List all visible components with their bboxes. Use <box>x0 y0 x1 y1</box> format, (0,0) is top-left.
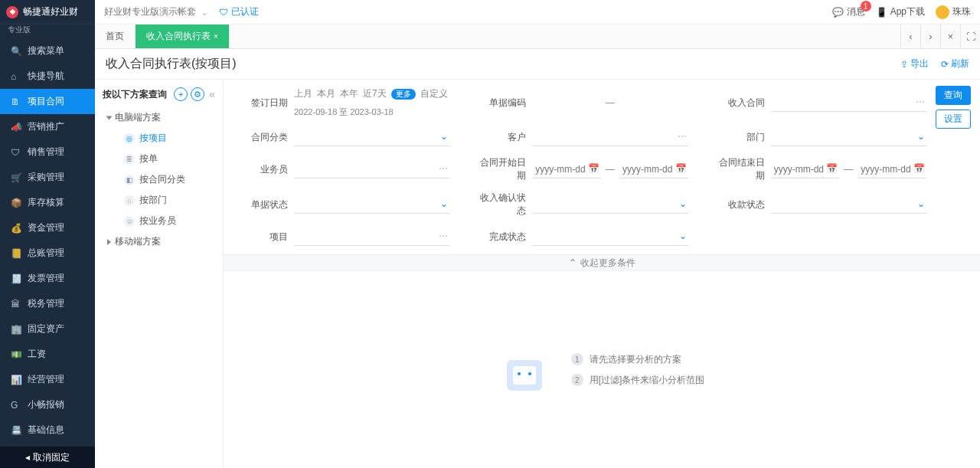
tree-item-label: 按合同分类 <box>139 173 185 186</box>
tab-next[interactable]: › <box>920 25 940 49</box>
verified-label: 已认证 <box>231 5 259 18</box>
refresh-button[interactable]: ⟳ 刷新 <box>941 57 969 70</box>
more-icon[interactable]: ⋯ <box>439 163 448 174</box>
tree-item[interactable]: ≣按单 <box>107 149 218 169</box>
preset-last-month[interactable]: 上月 <box>294 87 312 100</box>
settings-button[interactable]: 设置 <box>936 110 971 129</box>
sidebar-item[interactable]: 📦库存核算 <box>0 190 95 215</box>
salesperson-input[interactable] <box>294 160 449 178</box>
chevron-down-icon[interactable]: ⌄ <box>679 231 687 241</box>
chevron-down-icon[interactable]: ⌄ <box>917 198 925 209</box>
tree-group-header[interactable]: 电脑端方案 <box>107 107 218 128</box>
filter-label: 签订日期 <box>234 97 288 110</box>
tree-item[interactable]: ⌂按部门 <box>107 190 218 211</box>
export-icon: ⇪ <box>900 59 908 70</box>
preset-this-year[interactable]: 本年 <box>340 87 358 100</box>
export-button[interactable]: ⇪ 导出 <box>900 57 929 70</box>
menu-item-label: 销售管理 <box>28 146 64 159</box>
filter-contract-class: 合同分类 ⌄ <box>234 127 449 147</box>
tab-close-all[interactable]: × <box>940 25 960 49</box>
messages-button[interactable]: 💬 消息 1 <box>832 5 865 18</box>
menu-icon: 🛒 <box>11 172 21 183</box>
filter-label: 项目 <box>234 231 288 244</box>
preset-this-month[interactable]: 本月 <box>317 87 335 100</box>
caret-icon <box>106 116 113 119</box>
range-dash: — <box>844 164 853 175</box>
tree-item[interactable]: ☺按业务员 <box>107 211 218 231</box>
sidebar-item[interactable]: 💰资金管理 <box>0 215 95 241</box>
unpin-icon: ◂ <box>25 452 30 463</box>
income-contract-input[interactable] <box>771 93 926 112</box>
sidebar-item[interactable]: 🔍搜索菜单 <box>0 38 95 64</box>
tree-item[interactable]: ◎按项目 <box>107 128 218 149</box>
tree-group-header[interactable]: 移动端方案 <box>107 231 218 252</box>
page-title: 收入合同执行表(按项目) <box>106 56 888 72</box>
sidebar-item[interactable]: 🗎项目合同 <box>0 89 95 114</box>
collapse-more-conditions[interactable]: ⌃ 收起更多条件 <box>224 254 980 271</box>
query-button[interactable]: 查询 <box>936 86 971 105</box>
receipt-status-select[interactable] <box>771 195 926 214</box>
filter-salesperson: 业务员 ⋯ <box>234 156 449 182</box>
filter-label: 单据状态 <box>234 198 288 211</box>
tree-item-label: 按部门 <box>139 194 167 207</box>
sidebar-unpin[interactable]: ◂ 取消固定 <box>0 447 95 468</box>
contract-class-select[interactable] <box>294 128 449 146</box>
menu-item-label: 总账管理 <box>28 247 64 260</box>
chevron-down-icon[interactable]: ⌄ <box>679 198 687 209</box>
income-confirm-status-select[interactable] <box>532 195 688 214</box>
sidebar-item[interactable]: 🛒采购管理 <box>0 165 95 190</box>
filter-label: 收入确认状态 <box>472 191 526 218</box>
sidebar-item[interactable]: 🧾发票管理 <box>0 266 95 291</box>
tree-item[interactable]: ◧按合同分类 <box>107 169 218 190</box>
menu-item-label: 税务管理 <box>28 297 64 310</box>
project-input[interactable] <box>294 227 449 246</box>
filter-label: 部门 <box>711 131 765 144</box>
sidebar-item[interactable]: 📇基础信息 <box>0 417 95 443</box>
chevron-down-icon[interactable]: ⌄ <box>917 131 925 142</box>
user-menu[interactable]: 珠珠 <box>936 5 971 19</box>
brand-name: 畅捷通好业财 <box>23 5 78 18</box>
calendar-icon[interactable]: 📅 <box>913 163 925 174</box>
account-selector[interactable]: 好业财专业版演示帐套 ⌄ <box>104 5 208 18</box>
sidebar-item[interactable]: 🏢固定资产 <box>0 316 95 342</box>
app-download-button[interactable]: 📱 App下载 <box>876 5 925 18</box>
sidebar-item[interactable]: 📒总账管理 <box>0 241 95 266</box>
filter-contract-start: 合同开始日期 📅 — 📅 <box>472 156 688 182</box>
chevron-down-icon[interactable]: ⌄ <box>440 131 448 142</box>
step-text: 请先选择要分析的方案 <box>590 353 681 366</box>
more-icon[interactable]: ⋯ <box>678 131 687 142</box>
scheme-settings-button[interactable]: ⚙ <box>191 87 204 101</box>
preset-more[interactable]: 更多 <box>391 89 416 100</box>
chevron-down-icon[interactable]: ⌄ <box>440 198 448 209</box>
preset-7-days[interactable]: 近7天 <box>363 87 387 100</box>
phone-icon: 📱 <box>876 7 887 18</box>
sidebar-item[interactable]: 🛡销售管理 <box>0 139 95 165</box>
more-icon[interactable]: ⋯ <box>916 97 925 107</box>
sidebar-item[interactable]: 💵工资 <box>0 342 95 367</box>
calendar-icon[interactable]: 📅 <box>675 163 687 174</box>
sidebar-item[interactable]: 📣营销推广 <box>0 114 95 139</box>
department-select[interactable] <box>771 128 926 146</box>
chevron-down-icon: ⌄ <box>201 7 208 18</box>
more-icon[interactable]: ⋯ <box>439 231 448 241</box>
sidebar-item[interactable]: ⌂快捷导航 <box>0 64 95 89</box>
preset-custom[interactable]: 自定义 <box>420 87 448 100</box>
tab[interactable]: 收入合同执行表× <box>136 25 230 48</box>
scheme-add-button[interactable]: + <box>174 87 188 101</box>
scheme-collapse-button[interactable]: « <box>209 88 215 100</box>
sidebar-item[interactable]: G小畅报销 <box>0 392 95 417</box>
tab-prev[interactable]: ‹ <box>900 25 920 49</box>
calendar-icon[interactable]: 📅 <box>826 163 838 174</box>
customer-input[interactable] <box>532 128 688 146</box>
close-icon[interactable]: × <box>214 32 218 41</box>
complete-status-select[interactable] <box>532 227 688 246</box>
doc-status-select[interactable] <box>294 195 449 214</box>
app-download-label: App下载 <box>890 5 925 18</box>
verified-badge: 🛡 已认证 <box>219 5 259 18</box>
calendar-icon[interactable]: 📅 <box>588 163 599 174</box>
tab-fullscreen[interactable]: ⛶ <box>960 25 980 49</box>
sidebar-item[interactable]: 🏛税务管理 <box>0 291 95 316</box>
sidebar-item[interactable]: 📊经营管理 <box>0 367 95 392</box>
tab[interactable]: 首页 <box>95 25 136 48</box>
filter-receipt-status: 收款状态 ⌄ <box>711 191 926 218</box>
